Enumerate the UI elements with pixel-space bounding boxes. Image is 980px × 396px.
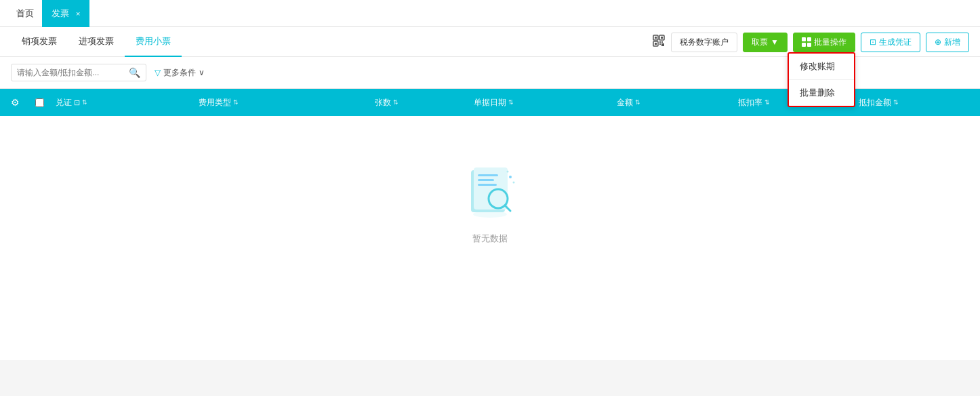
search-icon: 🔍 — [129, 67, 140, 78]
tab-expense[interactable]: 费用小票 — [125, 27, 182, 57]
add-icon: ⊕ — [935, 37, 941, 47]
count-sort-icon[interactable]: ⇅ — [393, 99, 399, 106]
svg-rect-5 — [655, 43, 657, 45]
fetch-chevron-icon: ▼ — [771, 37, 779, 47]
th-expense-type: 费用类型 ⇅ — [193, 97, 369, 108]
svg-rect-3 — [655, 37, 657, 39]
th-date: 单据日期 ⇅ — [468, 97, 611, 108]
date-sort-icon[interactable]: ⇅ — [508, 99, 514, 106]
top-nav: 首页 发票 × — [0, 0, 980, 27]
qr-icon[interactable] — [652, 34, 666, 51]
rate-sort-icon[interactable]: ⇅ — [764, 99, 770, 106]
settings-icon: ⚙ — [11, 97, 20, 108]
amount-sort-icon[interactable]: ⇅ — [635, 99, 640, 106]
svg-rect-19 — [478, 184, 497, 186]
more-filter-chevron: ∨ — [199, 68, 205, 77]
toolbar: 税务数字账户 取票 ▼ 批量操作 修改账期 — [641, 27, 980, 57]
fetch-ticket-btn[interactable]: 取票 ▼ — [743, 33, 788, 52]
svg-rect-7 — [661, 41, 663, 43]
svg-rect-17 — [478, 174, 498, 176]
svg-rect-11 — [807, 37, 811, 41]
svg-rect-10 — [802, 37, 806, 41]
select-all-checkbox[interactable] — [35, 98, 44, 107]
modify-period-item[interactable]: 修改账期 — [789, 54, 854, 80]
search-input[interactable] — [17, 68, 125, 77]
svg-point-21 — [492, 193, 504, 205]
more-filter-btn[interactable]: ▽ 更多条件 ∨ — [155, 67, 205, 79]
svg-rect-13 — [807, 43, 811, 47]
svg-rect-9 — [661, 43, 664, 46]
th-settings[interactable]: ⚙ — [5, 97, 30, 108]
voucher-label: 生成凭证 — [879, 37, 912, 48]
svg-rect-8 — [659, 43, 661, 45]
batch-delete-item[interactable]: 批量删除 — [789, 80, 854, 106]
add-label: 新增 — [944, 37, 960, 48]
svg-point-23 — [509, 176, 512, 178]
empty-state: 暂无数据 — [0, 116, 980, 272]
expense-sort-icon[interactable]: ⇅ — [233, 99, 239, 106]
empty-text: 暂无数据 — [472, 233, 508, 245]
tax-account-btn[interactable]: 税务数字账户 — [671, 33, 737, 52]
batch-label: 批量操作 — [814, 37, 846, 48]
deduct-sort-icon[interactable]: ⇅ — [893, 99, 899, 106]
content-area: ⚙ 兑证 ⊡ ⇅ 费用类型 ⇅ 张数 ⇅ 单据日期 ⇅ 金额 ⇅ 抵扣率 ⇅ — [0, 89, 980, 360]
th-checkbox[interactable] — [30, 98, 50, 107]
voucher-filter-icon[interactable]: ⊡ — [74, 98, 80, 107]
search-wrap: 🔍 — [11, 64, 146, 81]
batch-dropdown: 修改账期 批量删除 — [788, 52, 855, 107]
sub-tabs-bar: 销项发票 进项发票 费用小票 税务数字账户 — [0, 27, 980, 57]
svg-rect-4 — [661, 37, 663, 39]
tab-sales[interactable]: 销项发票 — [11, 27, 68, 57]
svg-point-24 — [513, 182, 515, 184]
more-filter-label: 更多条件 — [163, 67, 196, 79]
svg-rect-6 — [659, 41, 661, 43]
svg-rect-12 — [802, 43, 806, 47]
invoice-tab-label: 发票 — [52, 7, 69, 20]
voucher-icon: ⊡ — [870, 37, 876, 47]
fetch-label: 取票 — [752, 37, 768, 48]
tab-input[interactable]: 进项发票 — [68, 27, 125, 57]
add-btn[interactable]: ⊕ 新增 — [926, 33, 969, 52]
batch-btn-wrap: 批量操作 修改账期 批量删除 — [793, 33, 855, 52]
th-amount: 金额 ⇅ — [611, 97, 733, 108]
svg-rect-18 — [478, 179, 494, 181]
invoice-tab[interactable]: 发票 × — [42, 0, 89, 27]
th-count: 张数 ⇅ — [369, 97, 468, 108]
th-deduct: 抵扣金额 ⇅ — [853, 97, 975, 108]
generate-voucher-btn[interactable]: ⊡ 生成凭证 — [861, 33, 920, 52]
voucher-sort-icon[interactable]: ⇅ — [82, 99, 87, 106]
empty-illustration — [456, 157, 524, 224]
th-voucher: 兑证 ⊡ ⇅ — [50, 97, 193, 108]
batch-operation-btn[interactable]: 批量操作 — [793, 33, 855, 52]
filter-icon: ▽ — [155, 68, 161, 77]
invoice-tab-close[interactable]: × — [76, 9, 80, 18]
tax-account-label: 税务数字账户 — [680, 37, 729, 48]
home-tab[interactable]: 首页 — [8, 7, 42, 20]
batch-icon — [802, 37, 811, 47]
svg-point-25 — [507, 171, 509, 173]
